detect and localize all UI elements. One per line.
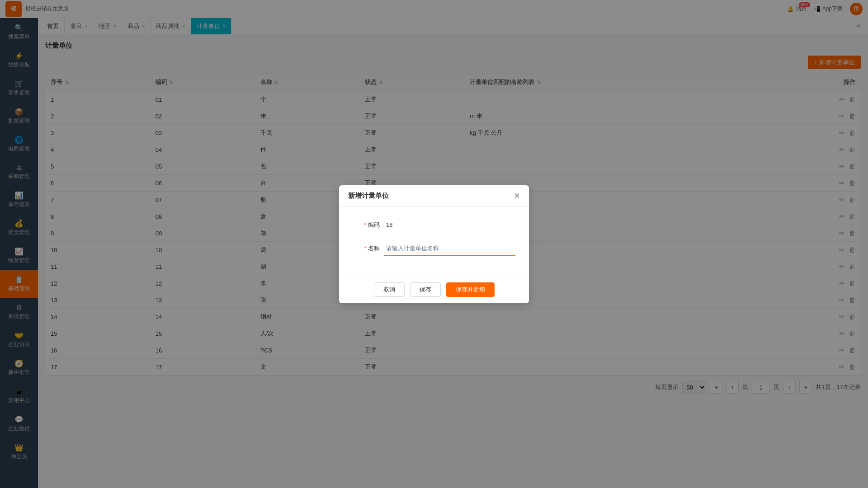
- modal-close-button[interactable]: ✕: [514, 192, 520, 200]
- modal-body: 编码 名称: [339, 207, 529, 276]
- name-input[interactable]: [384, 241, 515, 256]
- form-row-name: 名称: [353, 241, 515, 256]
- modal-overlay: 新增计量单位 ✕ 编码 名称 取消 保存 保存并新增: [0, 0, 868, 488]
- form-row-code: 编码: [353, 218, 515, 232]
- save-button[interactable]: 保存: [410, 282, 441, 297]
- cancel-button[interactable]: 取消: [374, 282, 405, 297]
- modal-title: 新增计量单位: [348, 192, 389, 200]
- name-label: 名称: [353, 244, 380, 253]
- code-label: 编码: [353, 221, 380, 229]
- save-and-add-button[interactable]: 保存并新增: [446, 282, 495, 297]
- code-input[interactable]: [384, 218, 515, 232]
- add-uom-modal: 新增计量单位 ✕ 编码 名称 取消 保存 保存并新增: [339, 185, 529, 303]
- modal-header: 新增计量单位 ✕: [339, 185, 529, 207]
- modal-footer: 取消 保存 保存并新增: [339, 276, 529, 303]
